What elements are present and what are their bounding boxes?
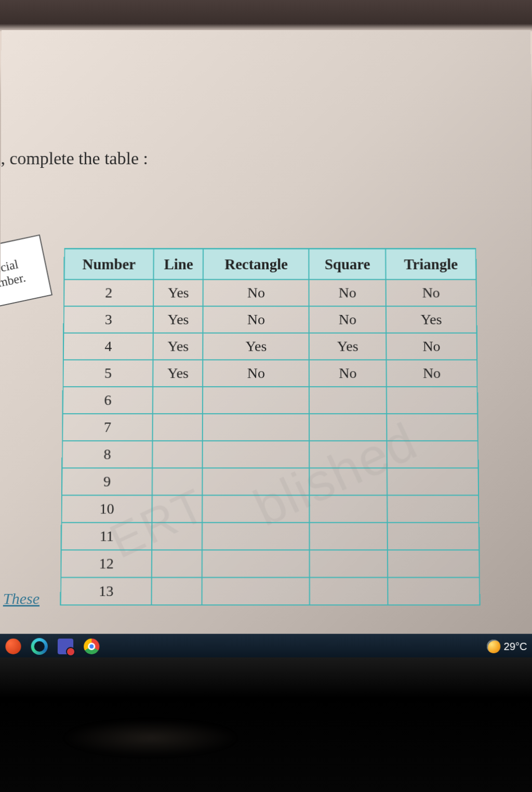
cell-rectangle: No: [203, 360, 310, 387]
photo-frame: , complete the table : a ecial mber. Num…: [0, 0, 532, 792]
taskbar-chrome-icon[interactable]: [81, 636, 102, 657]
table-row: 3 Yes No No Yes: [63, 306, 476, 333]
taskbar-weather[interactable]: 29°C: [487, 640, 529, 653]
cell-triangle: [388, 550, 480, 577]
cell-rectangle: [203, 441, 310, 468]
cell-rectangle: [203, 414, 309, 441]
cell-line: Yes: [153, 333, 203, 360]
cell-triangle: [387, 495, 479, 523]
cell-number: 11: [61, 523, 152, 550]
cell-number: 5: [63, 360, 153, 387]
cell-number: 12: [61, 550, 152, 577]
col-header-number: Number: [64, 249, 154, 280]
cell-triangle: [387, 523, 479, 550]
cell-square: [310, 495, 388, 523]
cell-line: [152, 523, 202, 550]
cell-square: No: [309, 360, 387, 387]
cell-number: 2: [64, 280, 154, 306]
laptop-keyboard-area: [0, 657, 532, 792]
cell-line: [152, 441, 203, 468]
cell-number: 10: [61, 495, 152, 523]
col-header-triangle: Triangle: [385, 249, 476, 280]
cell-triangle: [388, 577, 480, 605]
cell-rectangle: Yes: [203, 333, 310, 360]
weather-sun-icon: [487, 640, 500, 653]
cell-square: No: [309, 306, 386, 333]
table-row: 13: [61, 577, 480, 605]
weather-temp: 29°C: [504, 640, 527, 652]
cell-square: [310, 523, 388, 550]
col-header-rectangle: Rectangle: [203, 249, 309, 280]
laptop-screen: , complete the table : a ecial mber. Num…: [0, 30, 532, 659]
cell-rectangle: No: [203, 306, 309, 333]
cell-number: 13: [61, 577, 152, 605]
cell-line: [152, 577, 203, 605]
cell-triangle: Yes: [386, 306, 477, 333]
cell-line: Yes: [153, 306, 203, 333]
cell-number: 3: [63, 306, 153, 333]
table-row: 8: [62, 441, 478, 468]
symmetry-table: Number Line Rectangle Square Triangle 2 …: [60, 248, 481, 605]
cell-triangle: No: [386, 280, 476, 306]
cell-number: 9: [62, 468, 152, 495]
cell-square: [310, 577, 388, 605]
cell-line: [153, 387, 203, 414]
cell-rectangle: [203, 495, 310, 523]
cell-rectangle: [202, 550, 310, 577]
table-row: 11: [61, 523, 479, 550]
table-row: 5 Yes No No No: [63, 360, 477, 387]
cell-square: [310, 550, 388, 577]
windows-taskbar[interactable]: 29°C: [0, 634, 532, 659]
cell-rectangle: [202, 577, 310, 605]
cell-line: [152, 468, 203, 495]
table-row: 9: [62, 468, 478, 495]
table-row: 10: [61, 495, 478, 523]
link-these[interactable]: These: [3, 590, 39, 608]
taskbar-edge-icon[interactable]: [29, 636, 50, 657]
cell-triangle: [387, 441, 478, 468]
taskbar-teams-icon[interactable]: [55, 636, 76, 657]
cell-line: Yes: [153, 360, 203, 387]
cell-triangle: No: [387, 360, 477, 387]
table-row: 2 Yes No No No: [64, 280, 476, 306]
table-row: 12: [61, 550, 480, 577]
cell-rectangle: No: [203, 280, 309, 306]
table-row: 4 Yes Yes Yes No: [63, 333, 477, 360]
side-note-box: a ecial mber.: [0, 234, 52, 311]
cell-triangle: [387, 387, 477, 414]
cell-square: [310, 441, 387, 468]
taskbar-powerpoint-icon[interactable]: [3, 636, 23, 657]
document-page: , complete the table : a ecial mber. Num…: [0, 30, 532, 633]
table-row: 7: [62, 414, 478, 441]
cell-line: [152, 550, 202, 577]
instruction-text: , complete the table :: [0, 149, 531, 168]
cell-rectangle: [202, 523, 310, 550]
cell-number: 6: [63, 387, 153, 414]
cell-triangle: [387, 468, 478, 495]
cell-triangle: No: [386, 333, 477, 360]
cell-line: [152, 495, 203, 523]
cell-triangle: [387, 414, 478, 441]
cell-square: Yes: [309, 333, 386, 360]
cell-line: [153, 414, 203, 441]
cell-line: Yes: [153, 280, 203, 306]
col-header-line: Line: [154, 249, 204, 280]
cell-rectangle: [203, 468, 310, 495]
cell-rectangle: [203, 387, 309, 414]
cell-square: No: [309, 280, 386, 306]
cell-square: [310, 468, 387, 495]
cell-number: 7: [62, 414, 153, 441]
cell-square: [309, 387, 387, 414]
col-header-square: Square: [309, 249, 386, 280]
table-header-row: Number Line Rectangle Square Triangle: [64, 249, 476, 280]
table-container: Number Line Rectangle Square Triangle 2 …: [60, 248, 481, 605]
cell-number: 8: [62, 441, 153, 468]
table-row: 6: [63, 387, 478, 414]
cell-number: 4: [63, 333, 153, 360]
cell-square: [310, 414, 387, 441]
